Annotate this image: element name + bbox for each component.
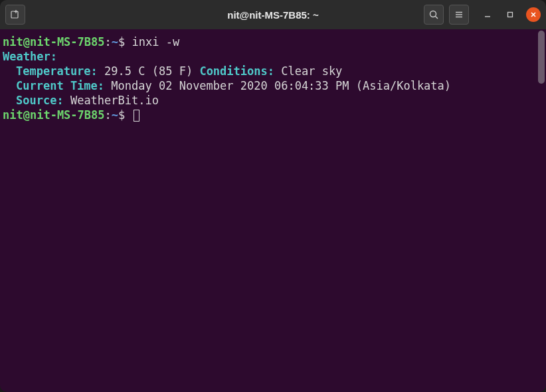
prompt-userhost-2: nit@nit-MS-7B85 xyxy=(3,108,105,122)
hamburger-icon xyxy=(454,10,464,19)
prompt-line-1: nit@nit-MS-7B85:~$ inxi -w xyxy=(3,35,534,49)
close-button[interactable] xyxy=(526,7,541,22)
minimize-icon xyxy=(484,11,491,18)
titlebar: nit@nit-MS-7B85: ~ xyxy=(0,0,546,29)
prompt-path: ~ xyxy=(112,35,118,49)
source-value: WeatherBit.io xyxy=(70,94,159,107)
svg-line-4 xyxy=(436,17,438,19)
new-tab-button[interactable] xyxy=(5,5,25,25)
svg-rect-0 xyxy=(11,11,18,18)
close-icon xyxy=(530,11,537,18)
maximize-icon xyxy=(507,11,513,18)
current-time-label: Current Time: xyxy=(16,79,104,92)
temperature-label: Temperature: xyxy=(16,64,98,78)
window-title: nit@nit-MS-7B85: ~ xyxy=(227,9,319,21)
terminal-area[interactable]: nit@nit-MS-7B85:~$ inxi -w Weather: Temp… xyxy=(0,29,546,392)
prompt-symbol-2: $ xyxy=(118,108,125,122)
prompt-line-2: nit@nit-MS-7B85:~$ xyxy=(3,108,534,122)
prompt-userhost: nit@nit-MS-7B85 xyxy=(3,35,105,49)
weather-header: Weather: xyxy=(3,50,57,63)
conditions-value: Clear sky xyxy=(281,64,342,78)
cursor xyxy=(134,110,139,122)
prompt-symbol: $ xyxy=(118,35,125,49)
prompt-colon-2: : xyxy=(105,108,112,122)
output-header-line: Weather: xyxy=(3,49,534,64)
search-icon xyxy=(429,10,438,19)
current-time-value: Monday 02 November 2020 06:04:33 PM (Asi… xyxy=(111,79,451,92)
scrollbar[interactable] xyxy=(538,31,545,84)
source-label: Source: xyxy=(16,94,64,107)
svg-rect-9 xyxy=(508,13,513,17)
search-button[interactable] xyxy=(424,5,444,25)
prompt-colon: : xyxy=(105,35,112,49)
minimize-button[interactable] xyxy=(481,8,494,21)
output-source-line: Source: WeatherBit.io xyxy=(3,93,534,108)
maximize-button[interactable] xyxy=(503,8,517,21)
output-temp-line: Temperature: 29.5 C (85 F) Conditions: C… xyxy=(3,64,534,78)
titlebar-right xyxy=(424,5,541,25)
conditions-label: Conditions: xyxy=(199,64,274,78)
prompt-path-2: ~ xyxy=(112,108,118,122)
output-time-line: Current Time: Monday 02 November 2020 06… xyxy=(3,78,534,93)
terminal-content: nit@nit-MS-7B85:~$ inxi -w Weather: Temp… xyxy=(3,35,534,387)
menu-button[interactable] xyxy=(449,5,469,25)
new-tab-icon xyxy=(10,9,21,20)
window-controls xyxy=(481,7,541,22)
temperature-value: 29.5 C (85 F) xyxy=(104,64,193,78)
svg-point-3 xyxy=(430,11,436,17)
command-text: inxi -w xyxy=(125,35,179,49)
titlebar-left xyxy=(5,5,25,25)
